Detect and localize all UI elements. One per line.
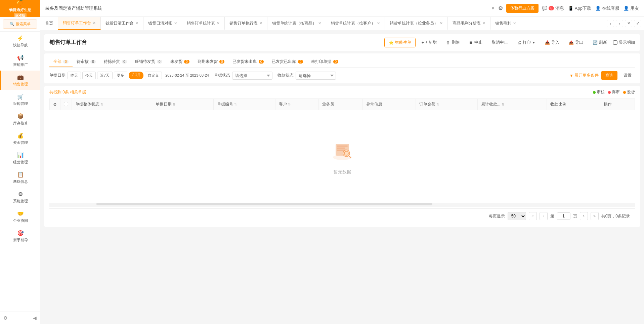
filter-tab-wangpu[interactable]: 旺铺待发货 0 [131, 57, 166, 67]
sidebar-item-purchase[interactable]: 🛒 采购管理 [0, 90, 40, 110]
date-7days-btn[interactable]: 近7天 [97, 72, 113, 79]
date-more-btn[interactable]: 更多 [114, 72, 127, 79]
filter-tab-shipped-not-out[interactable]: 已发货未出库 0 [228, 57, 268, 67]
delete-button[interactable]: 🗑 删除 [443, 38, 463, 47]
app-download-button[interactable]: 📱 App下载 [568, 5, 591, 11]
message-button[interactable]: 💬 6 消息 [542, 5, 564, 11]
date-today-btn[interactable]: 今天 [82, 72, 96, 79]
filter-tab-label: 旺铺待发货 [135, 59, 155, 64]
select-all-checkbox[interactable] [64, 102, 68, 106]
export-button[interactable]: 📤 导出 [565, 38, 587, 47]
horizontal-scrollbar[interactable] [49, 203, 635, 207]
sidebar-item-inventory[interactable]: 📦 库存核算 [0, 110, 40, 129]
sidebar-item-enterprise[interactable]: 🤝 企业协同 [0, 207, 40, 227]
tab-sales-workbench[interactable]: 销售订单工作台 ✕ [58, 17, 101, 30]
tab-sales-stat[interactable]: 销售订单统计表 ✕ [182, 17, 225, 30]
tab-expand-button[interactable]: ⤢ [634, 20, 641, 27]
ship-dot [623, 91, 626, 94]
filter-tab-pending-check[interactable]: 待拣验货 0 [100, 57, 131, 67]
tab-close-all-button[interactable]: ✕ [625, 20, 632, 27]
tab-sales-profit[interactable]: 销售毛利 ✕ [490, 17, 521, 30]
show-detail-checkbox[interactable]: 显示明细 [613, 40, 635, 45]
user-menu-button[interactable]: 👤 用友 [624, 5, 639, 11]
audit-button[interactable]: 审核 [593, 89, 605, 95]
tab-product-margin[interactable]: 商品毛利分析表 ✕ [448, 17, 490, 30]
tab-prev-button[interactable]: ‹ [607, 20, 614, 27]
stop-button[interactable]: ⏹ 中止 [466, 38, 486, 47]
tab-cash-reconcile[interactable]: 钱货日清对账 ✕ [143, 17, 182, 30]
sidebar-item-finance[interactable]: 💰 资金管理 [0, 129, 40, 149]
page-next-button[interactable]: › [580, 212, 588, 220]
tab-close-icon[interactable]: ✕ [318, 21, 321, 26]
tab-next-button[interactable]: › [616, 20, 623, 27]
date-active-tag[interactable]: 近1月 [129, 72, 143, 79]
tab-sales-staff[interactable]: 销货单统计表（按业务员） ✕ [385, 17, 448, 30]
search-menu-button[interactable]: 🔍 搜索菜单 [3, 19, 37, 29]
date-custom-btn[interactable]: 自定义 [145, 72, 162, 79]
industry-solution-button[interactable]: 体验行业方案 [506, 4, 539, 13]
tab-close-icon[interactable]: ✕ [93, 21, 96, 25]
smart-generate-button[interactable]: ⭐ 智能生单 [384, 38, 416, 47]
sidebar-item-basic-info[interactable]: 📋 基础信息 [0, 168, 40, 188]
filter-setting-button[interactable]: 设置 [620, 71, 635, 80]
tab-sales-exec[interactable]: 销售订单执行表 ✕ [225, 17, 267, 30]
tab-cash-daily[interactable]: 钱货日清工作台 ✕ [101, 17, 143, 30]
tab-close-icon[interactable]: ✕ [513, 21, 516, 26]
tab-close-icon[interactable]: ✕ [482, 21, 485, 26]
sidebar-item-guide[interactable]: 🎯 新手引导 [0, 227, 40, 246]
add-button[interactable]: + + 新增 [418, 38, 440, 47]
sidebar-item-marketing[interactable]: 📢 营销推广 [0, 51, 40, 71]
import-button[interactable]: 📥 导入 [542, 38, 563, 47]
scrollbar-thumb[interactable] [96, 203, 432, 205]
tab-close-icon[interactable]: ✕ [217, 21, 220, 26]
sidebar-item-label: 经营管理 [13, 160, 28, 165]
filter-tab-shipped-out[interactable]: 已发货已出库 0 [268, 57, 307, 67]
date-yesterday-btn[interactable]: 昨天 [68, 72, 81, 79]
filter-tab-not-shipped[interactable]: 未发货 0 [166, 57, 194, 67]
payment-select[interactable]: 请选择 [296, 72, 336, 80]
column-settings[interactable]: ⚙ [50, 99, 60, 110]
tab-sales-product[interactable]: 销货单统计表（按商品） ✕ [267, 17, 326, 30]
tab-sales-customer[interactable]: 销货单统计表（按客户） ✕ [326, 17, 385, 30]
tab-close-icon[interactable]: ✕ [135, 21, 138, 26]
query-button[interactable]: 查询 [601, 71, 617, 80]
sort-date[interactable]: 单据日期 ⇅ [156, 102, 210, 107]
sidebar-item-quick-nav[interactable]: ⚡ 快捷导航 [0, 32, 40, 51]
show-detail-checkbox-input[interactable] [613, 40, 617, 45]
sort-collected[interactable]: 累计收款... ⇅ [481, 102, 544, 107]
tab-close-icon[interactable]: ✕ [377, 21, 380, 26]
filter-tab-not-printed[interactable]: 未打印单据 0 [307, 57, 342, 67]
sidebar-item-system[interactable]: ⚙ 系统管理 [0, 188, 40, 207]
page-number-input[interactable] [557, 212, 570, 220]
filter-tab-overdue[interactable]: 到期未发货 0 [194, 57, 229, 67]
anti-audit-button[interactable]: 弃审 [608, 89, 620, 95]
sidebar-item-label: 快捷导航 [13, 43, 28, 48]
tab-home[interactable]: 首页 [40, 17, 58, 30]
expand-conditions-button[interactable]: ▼ 展开更多条件 [569, 73, 599, 78]
online-service-button[interactable]: 👤 在线客服 [595, 5, 619, 11]
filter-row: 单据日期 昨天 今天 近7天 更多 近1月 自定义 2023-02-24 至 2… [49, 71, 635, 80]
page-size-select[interactable]: 50 10 20 100 [508, 212, 526, 220]
sidebar-item-sales[interactable]: 💼 销售管理 [0, 71, 40, 90]
cancel-stop-button[interactable]: 取消中止 [488, 38, 511, 47]
filter-tab-pending[interactable]: 待审核 0 [73, 57, 100, 67]
refresh-button[interactable]: 🔄 刷新 [589, 38, 610, 47]
sidebar-item-operation[interactable]: 📊 经营管理 [0, 149, 40, 168]
page-first-button[interactable]: « [529, 212, 537, 220]
sort-customer[interactable]: 客户 ⇅ [279, 102, 315, 107]
sort-amount[interactable]: 订单金额 ⇅ [419, 102, 474, 107]
sort-status[interactable]: 单据整体状态 ⇅ [75, 102, 148, 107]
tab-close-icon[interactable]: ✕ [440, 21, 443, 26]
filter-tab-all[interactable]: 全部 0 [49, 57, 73, 67]
ship-button[interactable]: 发货 [623, 89, 635, 95]
status-select[interactable]: 请选择 [232, 72, 272, 80]
tab-close-icon[interactable]: ✕ [259, 21, 262, 26]
sidebar-settings-button[interactable]: ⚙ [3, 315, 8, 321]
page-last-button[interactable]: » [591, 212, 599, 220]
sidebar-collapse-button[interactable]: ◀ [33, 315, 37, 321]
sort-number[interactable]: 单据编号 ⇅ [217, 102, 272, 107]
settings-icon[interactable]: ⚙ [498, 5, 503, 11]
print-button[interactable]: 🖨 打印 ▼ [514, 38, 539, 47]
tab-close-icon[interactable]: ✕ [174, 21, 177, 26]
page-prev-button[interactable]: ‹ [540, 212, 548, 220]
